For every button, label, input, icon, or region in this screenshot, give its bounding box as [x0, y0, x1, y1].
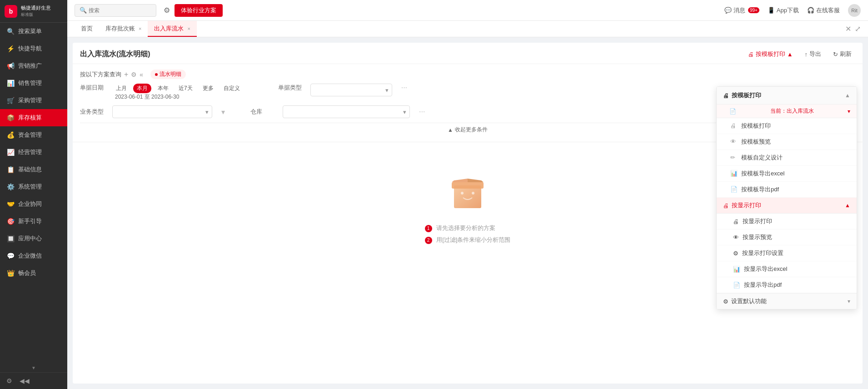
app-download-label: App下载	[777, 6, 799, 15]
sidebar-item-marketing[interactable]: 📢 营销推广	[0, 57, 67, 75]
customer-service-button[interactable]: 🎧 在线客服	[807, 6, 840, 15]
tab-expand-icon[interactable]: ⤢	[855, 25, 861, 33]
refresh-button[interactable]: ↻ 刷新	[829, 48, 855, 60]
sidebar-item-vip[interactable]: 👑 畅会员	[0, 264, 67, 282]
tabs-bar: 首页 库存批次账 × 出入库流水 × ✕ ⤢	[67, 21, 868, 37]
trial-button[interactable]: 体验行业方案	[175, 4, 223, 17]
dropdown-collapse-arrow[interactable]: ▲	[845, 92, 850, 99]
tab-inventory-flow-close[interactable]: ×	[187, 26, 190, 31]
biz-type-select[interactable]	[112, 105, 212, 118]
dropdown-item-template-preview[interactable]: 👁 按模板预览	[717, 134, 857, 150]
printer-icon: 🖨	[748, 51, 754, 58]
topbar-search-box[interactable]: 🔍	[75, 4, 156, 17]
warehouse-select[interactable]	[283, 105, 410, 118]
dropdown-header: 🖨 按模板打印 ▲	[717, 87, 857, 105]
app-center-icon: 🔲	[6, 234, 15, 243]
sidebar-item-inventory[interactable]: 📦 库存核算	[0, 109, 67, 126]
message-button[interactable]: 💬 消息 99+	[724, 6, 759, 15]
dropdown-item-display-print-settings[interactable]: ⚙ 按显示打印设置	[717, 245, 857, 261]
topbar-gear-icon[interactable]: ⚙	[164, 6, 170, 15]
tab-inventory-batch-close[interactable]: ×	[139, 26, 141, 31]
sidebar-item-guide[interactable]: 🎯 新手引导	[0, 213, 67, 230]
tab-inventory-batch[interactable]: 库存批次账 ×	[99, 21, 148, 37]
sidebar-item-quick-nav[interactable]: ⚡ 快捷导航	[0, 40, 67, 57]
current-arrow: ▾	[848, 108, 850, 115]
filter-tag-label: 流水明细	[160, 70, 181, 78]
tab-home[interactable]: 首页	[75, 21, 99, 37]
filter-row-1: 按以下方案查询 + ⚙ « 流水明细	[80, 70, 855, 79]
dropdown-title: 🖨 按模板打印	[723, 91, 761, 100]
sidebar-item-finance[interactable]: 💰 资金管理	[0, 126, 67, 144]
filter-tag-dot	[155, 73, 158, 76]
sidebar-item-purchase[interactable]: 🛒 采购管理	[0, 92, 67, 109]
display-settings-icon: ⚙	[733, 250, 738, 257]
sidebar-item-label: 企业协同	[18, 200, 42, 208]
print-dropdown-panel: 🖨 按模板打印 ▲ 📄 当前：出入库流水 ▾ 🖨 按模板打	[716, 86, 857, 309]
sidebar-settings-icon[interactable]: ⚙	[6, 377, 12, 384]
dropdown-item-display-export-excel[interactable]: 📊 按显示导出excel	[717, 261, 857, 277]
message-label: 消息	[733, 6, 745, 15]
sidebar-item-label: 销售管理	[18, 79, 42, 87]
sidebar-collapse-icon[interactable]: ◀◀	[20, 377, 30, 384]
template-preview-icon: 👁	[730, 138, 738, 145]
date-btn-custom[interactable]: 自定义	[220, 84, 244, 93]
date-btn-this-year[interactable]: 本年	[154, 84, 172, 93]
tab-close-all-icon[interactable]: ✕	[845, 25, 851, 33]
template-excel-icon: 📊	[730, 170, 738, 177]
app-edition: 标准版	[21, 12, 51, 18]
dropdown-item-display-export-pdf[interactable]: 📄 按显示导出pdf	[717, 277, 857, 293]
display-preview-icon: 👁	[733, 234, 739, 241]
bill-type-more-icon[interactable]: ···	[401, 84, 407, 92]
user-avatar[interactable]: Rit	[848, 4, 861, 17]
date-btn-more[interactable]: 更多	[199, 84, 217, 93]
dropdown-item-template-custom[interactable]: ✏ 模板自定义设计	[717, 150, 857, 166]
dropdown-item-display-print[interactable]: 🖨 按显示打印	[717, 214, 857, 229]
sidebar-item-label: 库存核算	[18, 114, 42, 122]
finance-icon: 💰	[6, 131, 15, 139]
sidebar-item-app-center[interactable]: 🔲 应用中心	[0, 230, 67, 247]
filter-section-label: 按以下方案查询	[80, 70, 121, 79]
dropdown-current-label: 📄 当前：出入库流水 ▾	[717, 105, 857, 118]
filter-add-button[interactable]: +	[124, 70, 128, 79]
sidebar-item-basic[interactable]: 📋 基础信息	[0, 161, 67, 178]
date-btn-7days[interactable]: 近7天	[175, 84, 196, 93]
date-btn-last-month[interactable]: 上月	[112, 84, 130, 93]
display-excel-icon: 📊	[733, 266, 740, 273]
filter-tag-flow-detail[interactable]: 流水明细	[150, 70, 186, 79]
filter-collapse-icon[interactable]: «	[140, 71, 143, 78]
date-btn-this-month[interactable]: 本月	[133, 84, 151, 93]
sidebar-item-system[interactable]: ⚙️ 系统管理	[0, 178, 67, 195]
tab-inventory-flow[interactable]: 出入库流水 ×	[148, 21, 196, 37]
dropdown-item-display-preview[interactable]: 👁 按显示预览	[717, 229, 857, 245]
empty-step-2: 2 用[过滤]条件来缩小分析范围	[425, 234, 511, 246]
export-button[interactable]: ↑ 导出	[801, 48, 825, 60]
sidebar-item-search-menu[interactable]: 🔍 搜索菜单	[0, 23, 67, 40]
tabs-right: ✕ ⤢	[845, 25, 861, 33]
dropdown-item-template-export-excel[interactable]: 📊 按模板导出excel	[717, 166, 857, 182]
app-download-button[interactable]: 📱 App下载	[768, 6, 799, 15]
page-inner: 出入库流水(流水明细) 🖨 按模板打印 ▲ ↑ 导出 ↻ 刷新	[73, 43, 863, 384]
sidebar-item-label: 应用中心	[18, 234, 42, 243]
svg-marker-3	[468, 179, 484, 182]
topbar-search-input[interactable]	[89, 7, 148, 14]
warehouse-more-icon[interactable]: ···	[419, 108, 425, 116]
dropdown-section-display[interactable]: 🖨 按显示打印 ▲	[717, 198, 857, 214]
marketing-icon: 📢	[6, 62, 15, 70]
filter-settings-icon[interactable]: ⚙	[131, 71, 137, 78]
topbar: 🔍 ⚙ 体验行业方案 💬 消息 99+ 📱 App下载 🎧 在线客服 Rit	[67, 0, 868, 21]
dropdown-item-template-export-pdf[interactable]: 📄 按模板导出pdf	[717, 182, 857, 198]
collapse-chevron-icon: ▲	[448, 127, 453, 133]
sidebar-item-sales[interactable]: 📊 销售管理	[0, 75, 67, 92]
print-dropdown-arrow[interactable]: ▲	[787, 51, 793, 58]
sidebar-item-wecom[interactable]: 💬 企业微信	[0, 247, 67, 264]
dropdown-footer[interactable]: ⚙ 设置默认功能 ▾	[717, 293, 857, 309]
biz-type-more-icon[interactable]: ▾	[221, 108, 225, 116]
print-template-button[interactable]: 🖨 按模板打印 ▲	[744, 48, 797, 60]
tab-inventory-flow-label: 出入库流水	[154, 25, 184, 33]
empty-steps: 1 请先选择要分析的方案 2 用[过滤]条件来缩小分析范围	[425, 222, 511, 246]
dropdown-item-template-print[interactable]: 🖨 按模板打印	[717, 118, 857, 134]
sidebar-item-operations[interactable]: 📈 经营管理	[0, 144, 67, 161]
bill-type-select[interactable]	[310, 84, 392, 96]
sidebar-item-cooperation[interactable]: 🤝 企业协同	[0, 195, 67, 213]
sidebar-scroll-down[interactable]: ▼	[0, 364, 67, 372]
